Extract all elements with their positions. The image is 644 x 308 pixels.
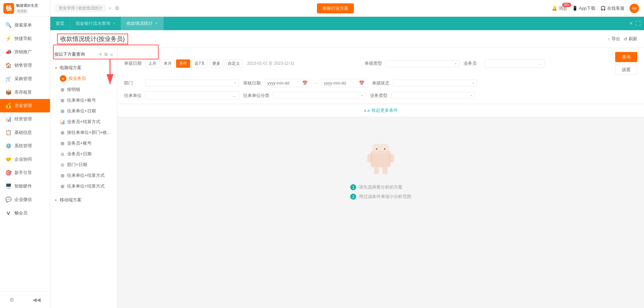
partner-select[interactable]: ... bbox=[145, 91, 239, 100]
salesman-more-btn[interactable]: ... bbox=[538, 61, 542, 66]
sidebar-item-search[interactable]: 🔍 搜索菜单 bbox=[0, 18, 50, 32]
sidebar-nav: 🔍 搜索菜单 ⚡ 快捷导航 📣 营销推广 🏠 销售管理 🛒 采购管理 📦 库存核… bbox=[0, 17, 50, 291]
collapse-sidebar-btn[interactable]: ◀◀ bbox=[31, 295, 42, 305]
settings-footer-btn[interactable]: ⚙ bbox=[8, 295, 16, 305]
audit-from-input[interactable] bbox=[267, 81, 301, 86]
collapse-panel-icon[interactable]: « bbox=[110, 52, 113, 57]
sidebar-item-finance[interactable]: 💰 资金管理 bbox=[0, 99, 50, 112]
audit-to-input[interactable] bbox=[324, 81, 358, 86]
sidebar-label-purchase: 采购管理 bbox=[14, 76, 32, 82]
date-options-group: 上月 本月 本年 近7天 更多 自定义 bbox=[145, 59, 243, 68]
collapse-icon: ∧∧ bbox=[364, 108, 370, 113]
maximize-tab-btn[interactable]: ⛶ bbox=[635, 20, 641, 27]
svg-rect-2 bbox=[389, 154, 394, 162]
filter-salesman-item: 业务员 ... bbox=[464, 59, 545, 68]
biztype-select[interactable]: ▾ bbox=[391, 92, 475, 99]
scheme-item-dept-date[interactable]: ⊙ 部门+日期 bbox=[50, 159, 117, 170]
audit-date-from[interactable]: 📅 bbox=[264, 79, 311, 87]
filter-settings-btn[interactable]: 设置 bbox=[615, 65, 637, 75]
tabs-actions: × ⛶ bbox=[626, 20, 644, 27]
sidebar-label-basic: 基础信息 bbox=[14, 130, 32, 136]
sidebar-item-sales[interactable]: 🏠 销售管理 bbox=[0, 59, 50, 72]
export-icon: ↑ bbox=[608, 37, 610, 42]
tab-bank[interactable]: 现金银行流水查询 × bbox=[70, 17, 121, 30]
sidebar-item-smart-hw[interactable]: 🖥️ 智能硬件 bbox=[0, 179, 50, 193]
sidebar-item-wechat[interactable]: 💬 企业微信 bbox=[0, 193, 50, 206]
topbar-gear-icon[interactable]: ⚙ bbox=[115, 5, 119, 11]
mobile-group-arrow: ▼ bbox=[54, 198, 58, 202]
calendar-to-icon[interactable]: 📅 bbox=[359, 81, 364, 86]
collapse-filter-btn[interactable]: ∧∧ 收起更多条件 bbox=[364, 107, 398, 113]
docstatus-select[interactable]: ▾ bbox=[393, 80, 477, 87]
scheme-item-by-salesman[interactable]: ● 按业务员 bbox=[50, 73, 117, 84]
filter-row-1: 单据日期 上月 本月 本年 近7天 更多 自定义 2023-01-01 至 20… bbox=[124, 52, 637, 75]
filter-audit-item: 审核日期 📅 — 📅 bbox=[243, 79, 368, 87]
sidebar-item-basic[interactable]: 📋 基础信息 bbox=[0, 126, 50, 139]
sidebar-item-inventory[interactable]: 📦 库存核算 bbox=[0, 86, 50, 99]
left-panel: 按以下方案查询 + ⚙ « ▼ 电脑端方案 ● bbox=[50, 48, 117, 308]
member-icon: V bbox=[5, 210, 12, 216]
scheme-group-mobile-title[interactable]: ▼ 移动端方案 bbox=[50, 195, 117, 205]
sidebar-item-enterprise[interactable]: 🤝 企业协同 bbox=[0, 153, 50, 166]
right-panel: 单据日期 上月 本月 本年 近7天 更多 自定义 2023-01-01 至 20… bbox=[117, 48, 644, 308]
scheme-item-partner-settle2[interactable]: ⊞ 往来单位+结算方式 bbox=[50, 181, 117, 192]
date-btn-7days[interactable]: 近7天 bbox=[192, 59, 208, 68]
tab-bank-close[interactable]: × bbox=[113, 21, 115, 26]
tab-receipt-close[interactable]: × bbox=[155, 21, 158, 26]
scheme-item-salesman-date[interactable]: ⊙ 业务员+日期 bbox=[50, 149, 117, 159]
pc-group-arrow: ▼ bbox=[54, 66, 58, 70]
filter-action-btns: 查询 设置 bbox=[615, 52, 637, 75]
calendar-from-icon[interactable]: 📅 bbox=[302, 81, 308, 86]
partner-account-icon: ⊞ bbox=[60, 98, 65, 103]
date-btn-more[interactable]: 更多 bbox=[209, 59, 223, 68]
scheme-item-partner-date[interactable]: ⊞ 往来单位+日期 bbox=[50, 106, 117, 116]
scheme-item-partner-date-label: 往来单位+日期 bbox=[67, 108, 96, 114]
date-btn-custom[interactable]: 自定义 bbox=[225, 59, 243, 68]
add-scheme-btn[interactable]: + bbox=[99, 51, 102, 57]
export-btn[interactable]: ↑ 导出 bbox=[608, 36, 621, 42]
query-btn[interactable]: 查询 bbox=[615, 52, 637, 62]
headset-icon: 🎧 bbox=[600, 6, 606, 11]
sidebar-item-marketing[interactable]: 📣 营销推广 bbox=[0, 45, 50, 59]
sidebar-item-guide[interactable]: 🎯 新手引导 bbox=[0, 166, 50, 179]
scheme-item-partner-account[interactable]: ⊞ 往来单位+账号 bbox=[50, 95, 117, 106]
tip-num-1: 1 bbox=[350, 184, 356, 190]
user-avatar[interactable]: Rit bbox=[630, 4, 639, 13]
sidebar-item-member[interactable]: V 畅会员 bbox=[0, 206, 50, 220]
close-tab-btn[interactable]: × bbox=[630, 20, 633, 27]
scheme-item-salesman-account[interactable]: ⊞ 业务员+账号 bbox=[50, 138, 117, 149]
scheme-item-partner-settle1[interactable]: ⊞ 往来单位+结算方式 bbox=[50, 170, 117, 181]
sidebar-item-business[interactable]: 📊 经营管理 bbox=[0, 112, 50, 126]
detail-icon: ⊞ bbox=[60, 87, 65, 92]
scheme-settings-icon[interactable]: ⚙ bbox=[104, 52, 108, 57]
salesman-select[interactable]: ... bbox=[485, 59, 545, 68]
scheme-item-by-detail[interactable]: ⊞ 按明细 bbox=[50, 84, 117, 95]
app-download-btn[interactable]: 📱 App下载 bbox=[572, 5, 595, 11]
online-service-btn[interactable]: 🎧 在线客服 bbox=[600, 5, 625, 11]
svg-rect-4 bbox=[382, 167, 387, 174]
refresh-icon: ↺ bbox=[624, 37, 627, 42]
scheme-item-salesman-settle-label: 业务员+结算方式 bbox=[67, 119, 100, 125]
partner-cat-select[interactable]: ▾ bbox=[272, 92, 366, 99]
dept-select[interactable]: ▾ bbox=[145, 80, 239, 87]
scheme-item-partner-dept[interactable]: ⊞ 按往来单位+部门+收... bbox=[50, 127, 117, 138]
sidebar-item-quick-nav[interactable]: ⚡ 快捷导航 bbox=[0, 32, 50, 45]
message-btn[interactable]: 🔔 消息 99+ bbox=[552, 5, 567, 11]
trial-btn[interactable]: 体验行业方案 bbox=[317, 3, 354, 13]
partner-more-btn[interactable]: ... bbox=[232, 93, 236, 98]
sidebar-item-system[interactable]: ⚙️ 系统管理 bbox=[0, 139, 50, 153]
scheme-item-salesman-settle[interactable]: 📊 业务员+结算方式 bbox=[50, 116, 117, 127]
date-btn-this-year[interactable]: 本年 bbox=[176, 59, 190, 68]
enterprise-icon: 🤝 bbox=[5, 156, 12, 163]
scheme-item-salesman-account-label: 业务员+账号 bbox=[67, 140, 92, 146]
date-btn-last-month[interactable]: 上月 bbox=[145, 59, 159, 68]
doctype-select[interactable]: ▾ bbox=[386, 60, 460, 67]
scheme-group-pc-title[interactable]: ▼ 电脑端方案 bbox=[50, 63, 117, 73]
refresh-btn[interactable]: ↺ 刷新 bbox=[624, 36, 637, 42]
date-btn-this-month[interactable]: 本月 bbox=[161, 59, 175, 68]
topbar-dropdown-arrow[interactable]: ▾ bbox=[109, 6, 111, 11]
tab-home[interactable]: 首页 bbox=[50, 17, 70, 30]
sidebar-item-purchase[interactable]: 🛒 采购管理 bbox=[0, 72, 50, 86]
audit-date-to[interactable]: 📅 bbox=[321, 79, 368, 87]
tab-receipt[interactable]: 收款情况统计 × bbox=[121, 17, 163, 30]
